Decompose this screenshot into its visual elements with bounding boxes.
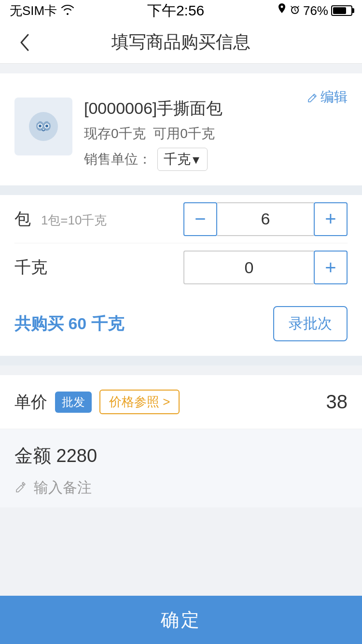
- unit-value: 千克: [164, 150, 191, 168]
- bag-label: 包: [14, 210, 31, 228]
- product-id: [0000006]: [84, 99, 157, 117]
- svg-point-7: [39, 125, 42, 127]
- price-value: 38: [326, 391, 348, 413]
- nav-bar: 填写商品购买信息: [0, 21, 362, 64]
- product-thumbnail: [14, 98, 72, 155]
- battery-bar: [331, 5, 352, 16]
- confirm-btn-wrapper: 确定: [0, 596, 362, 644]
- unit-select[interactable]: 千克 ▾: [157, 148, 208, 171]
- unit-prefix-label: 销售单位：: [84, 150, 152, 168]
- bag-qty-input[interactable]: [217, 202, 314, 236]
- note-pencil-icon: [14, 479, 28, 496]
- unit-dropdown-icon: ▾: [193, 152, 199, 168]
- battery-fill: [333, 7, 346, 14]
- bag-increment-button[interactable]: +: [314, 202, 348, 236]
- status-bar: 无SIM卡 下午2:56 76%: [0, 0, 362, 21]
- amount-label: 金额: [14, 446, 51, 466]
- summary-row: 共购买 60 千克 录批次: [0, 292, 362, 356]
- summary-text: 共购买 60 千克: [14, 313, 124, 335]
- confirm-button[interactable]: 确定: [0, 596, 362, 644]
- price-type-tag: 批发: [55, 392, 92, 413]
- kg-qty-input[interactable]: [183, 251, 314, 284]
- status-left: 无SIM卡: [10, 2, 74, 19]
- kg-qty-control: +: [183, 251, 348, 284]
- edit-label: 编辑: [320, 88, 348, 106]
- product-info: [0000006]手撕面包 现存0千克 可用0千克 销售单位： 千克 ▾: [84, 98, 348, 171]
- page-title: 填写商品购买信息: [111, 30, 251, 54]
- alarm-icon: [290, 3, 300, 18]
- back-button[interactable]: [10, 28, 39, 57]
- svg-point-0: [280, 5, 283, 8]
- svg-point-8: [45, 125, 48, 127]
- product-card-inner: [0000006]手撕面包 现存0千克 可用0千克 销售单位： 千克 ▾: [0, 83, 362, 185]
- product-unit-row: 销售单位： 千克 ▾: [84, 148, 348, 171]
- status-time: 下午2:56: [147, 1, 204, 21]
- note-row[interactable]: 输入备注: [14, 478, 348, 498]
- section-divider-2: [0, 356, 362, 365]
- edit-button[interactable]: 编辑: [307, 88, 348, 106]
- bag-quantity-row: 包 1包=10千克 − +: [14, 195, 348, 243]
- location-icon: [277, 3, 287, 18]
- status-right: 76%: [277, 3, 352, 18]
- summary-label: 共购买 60 千克: [14, 314, 124, 333]
- section-divider-1: [0, 185, 362, 195]
- price-section: 单价 批发 价格参照 > 38: [0, 375, 362, 429]
- batch-button[interactable]: 录批次: [273, 306, 348, 341]
- price-ref-button[interactable]: 价格参照 >: [99, 390, 180, 414]
- battery-percent: 76%: [303, 3, 328, 18]
- wifi-icon: [61, 3, 74, 18]
- kg-quantity-row: 千克 +: [14, 243, 348, 292]
- quantity-section: 包 1包=10千克 − + 千克 +: [0, 195, 362, 292]
- product-stock: 现存0千克 可用0千克: [84, 125, 348, 143]
- amount-section: 金额 2280 输入备注: [0, 429, 362, 507]
- bag-label-group: 包 1包=10千克: [14, 208, 107, 230]
- stock-label: 现存0千克: [84, 126, 146, 141]
- product-title: 手撕面包: [157, 99, 223, 117]
- carrier-label: 无SIM卡: [10, 2, 57, 19]
- product-card: [0000006]手撕面包 现存0千克 可用0千克 销售单位： 千克 ▾: [0, 73, 362, 185]
- kg-increment-button[interactable]: +: [314, 251, 348, 284]
- note-placeholder: 输入备注: [34, 478, 92, 498]
- price-label: 单价: [14, 391, 47, 413]
- kg-label-group: 千克: [14, 256, 47, 279]
- amount-value: 2280: [56, 446, 97, 466]
- main-content: [0000006]手撕面包 现存0千克 可用0千克 销售单位： 千克 ▾: [0, 64, 362, 644]
- amount-row: 金额 2280: [14, 444, 348, 468]
- bag-qty-control: − +: [183, 202, 348, 236]
- kg-label: 千克: [14, 258, 47, 276]
- bag-sub-label: 1包=10千克: [41, 213, 107, 227]
- available-label: 可用0千克: [153, 126, 215, 141]
- bag-decrement-button[interactable]: −: [183, 202, 217, 236]
